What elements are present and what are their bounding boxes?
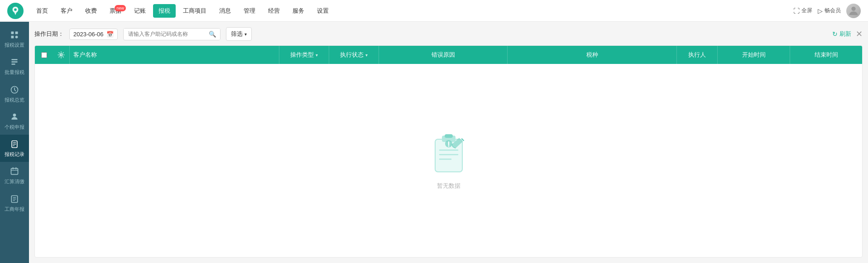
business-report-icon xyxy=(10,194,19,204)
col-header-start-time: 开始时间 xyxy=(717,46,790,64)
date-label: 操作日期： xyxy=(34,30,64,38)
sort-icon-status: ▾ xyxy=(365,53,368,58)
content-area: 操作日期： 2023-06-06 📅 🔍 筛选 ▾ ↻ 刷新 ✕ xyxy=(29,22,868,263)
select-all-checkbox[interactable] xyxy=(35,52,53,58)
filter-button[interactable]: 筛选 ▾ xyxy=(226,27,252,41)
col-header-op-type[interactable]: 操作类型 ▾ xyxy=(279,46,329,64)
refresh-button[interactable]: ↻ 刷新 xyxy=(832,30,851,38)
fullscreen-icon: ⛶ xyxy=(793,7,800,15)
nav-item-manage[interactable]: 管理 xyxy=(238,4,261,18)
nav-item-service[interactable]: 服务 xyxy=(287,4,310,18)
nav-item-invoice[interactable]: 票据 new xyxy=(104,4,127,18)
fullscreen-button[interactable]: ⛶ 全屏 xyxy=(793,7,812,15)
col-header-error: 错误原因 xyxy=(379,46,508,64)
column-settings-icon[interactable] xyxy=(53,51,69,58)
sidebar-item-tax-record[interactable]: 报税记录 xyxy=(0,135,29,162)
nav-item-settings[interactable]: 设置 xyxy=(312,4,334,18)
tax-record-icon xyxy=(10,139,19,149)
nav-item-message[interactable]: 消息 xyxy=(214,4,236,18)
tax-settings-icon xyxy=(10,30,19,40)
nav-item-business[interactable]: 工商项目 xyxy=(177,4,212,18)
search-box: 🔍 xyxy=(123,28,221,40)
nav-item-bookkeeping[interactable]: 记账 xyxy=(129,4,151,18)
search-button[interactable]: 🔍 xyxy=(205,29,220,40)
member-label: 畅会员 xyxy=(825,7,841,15)
empty-illustration xyxy=(428,131,469,176)
nav-item-operation[interactable]: 经营 xyxy=(263,4,285,18)
filter-label: 筛选 xyxy=(231,30,243,38)
sidebar-item-tax-overview[interactable]: 报税总览 xyxy=(0,80,29,107)
col-header-executor: 执行人 xyxy=(676,46,717,64)
toolbar-right: ↻ 刷新 ✕ xyxy=(832,30,863,38)
member-button[interactable]: ▷ 畅会员 xyxy=(818,7,841,15)
sidebar-label-annual-tax: 汇算清缴 xyxy=(5,178,24,185)
empty-text: 暂无数据 xyxy=(437,182,460,190)
svg-rect-7 xyxy=(11,62,17,63)
sidebar-item-tax-settings[interactable]: 报税设置 xyxy=(0,25,29,53)
table-container: 客户名称 操作类型 ▾ 执行状态 ▾ 错误原因 税种 执行人 xyxy=(34,45,863,258)
svg-rect-6 xyxy=(11,59,17,61)
svg-point-5 xyxy=(15,36,18,39)
member-icon: ▷ xyxy=(818,7,823,15)
sidebar-label-batch-tax: 批量报税 xyxy=(5,69,24,75)
fullscreen-label: 全屏 xyxy=(801,7,812,15)
toolbar: 操作日期： 2023-06-06 📅 🔍 筛选 ▾ ↻ 刷新 ✕ xyxy=(34,27,863,41)
main-layout: 报税设置 批量报税 报税总览 xyxy=(0,22,868,263)
sidebar: 报税设置 批量报税 报税总览 xyxy=(0,22,29,263)
top-nav-right: ⛶ 全屏 ▷ 畅会员 xyxy=(793,4,861,18)
sidebar-label-personal-tax: 个税申报 xyxy=(5,124,24,130)
sidebar-label-business-report: 工商年报 xyxy=(5,206,24,212)
nav-item-fee[interactable]: 收费 xyxy=(80,4,102,18)
col-header-tax-type: 税种 xyxy=(507,46,676,64)
app-logo[interactable] xyxy=(7,3,24,19)
svg-rect-4 xyxy=(11,36,14,39)
table-body: 暂无数据 xyxy=(35,64,862,257)
user-avatar[interactable] xyxy=(846,4,861,18)
search-icon: 🔍 xyxy=(209,31,216,38)
sidebar-item-annual-tax[interactable]: 汇算清缴 xyxy=(0,162,29,189)
svg-rect-3 xyxy=(15,32,18,34)
table-header: 客户名称 操作类型 ▾ 执行状态 ▾ 错误原因 税种 执行人 xyxy=(35,46,862,64)
checkbox-input[interactable] xyxy=(41,52,47,58)
nav-items: 首页 客户 收费 票据 new 记账 报税 工商项目 消息 管理 经营 服务 设… xyxy=(31,4,793,18)
col-header-status[interactable]: 执行状态 ▾ xyxy=(329,46,379,64)
sidebar-label-tax-settings: 报税设置 xyxy=(5,42,24,48)
search-input[interactable] xyxy=(124,29,205,39)
sidebar-item-personal-tax[interactable]: 个税申报 xyxy=(0,107,29,135)
empty-state: 暂无数据 xyxy=(428,131,469,190)
svg-point-32 xyxy=(448,146,449,147)
sidebar-label-tax-overview: 报税总览 xyxy=(5,97,24,103)
batch-tax-icon xyxy=(10,57,19,67)
close-button[interactable]: ✕ xyxy=(856,30,863,38)
new-badge: new xyxy=(115,5,126,12)
calendar-icon: 📅 xyxy=(106,31,114,38)
top-nav: 首页 客户 收费 票据 new 记账 报税 工商项目 消息 管理 经营 服务 设… xyxy=(0,0,868,22)
svg-point-10 xyxy=(13,113,16,117)
sidebar-label-tax-record: 报税记录 xyxy=(5,151,24,157)
sidebar-item-business-report[interactable]: 工商年报 xyxy=(0,190,29,217)
svg-point-0 xyxy=(14,8,17,11)
col-header-end-time: 结束时间 xyxy=(790,46,862,64)
sidebar-item-batch-tax[interactable]: 批量报税 xyxy=(0,53,29,80)
nav-item-customer[interactable]: 客户 xyxy=(55,4,78,18)
svg-rect-8 xyxy=(11,64,15,65)
date-picker[interactable]: 2023-06-06 📅 xyxy=(69,29,118,40)
chevron-down-icon: ▾ xyxy=(245,32,247,37)
svg-rect-2 xyxy=(11,32,14,34)
svg-rect-15 xyxy=(11,169,18,175)
svg-point-23 xyxy=(60,54,62,56)
tax-overview-icon xyxy=(10,85,19,95)
refresh-label: 刷新 xyxy=(839,30,851,38)
refresh-icon: ↻ xyxy=(832,30,838,38)
personal-tax-icon xyxy=(10,112,19,122)
svg-point-1 xyxy=(851,6,855,10)
nav-item-tax[interactable]: 报税 xyxy=(153,4,176,18)
svg-rect-26 xyxy=(445,134,453,138)
col-header-name: 客户名称 xyxy=(69,46,279,64)
nav-item-home[interactable]: 首页 xyxy=(31,4,53,18)
sort-icon-op-type: ▾ xyxy=(316,53,318,58)
date-value: 2023-06-06 xyxy=(73,31,104,38)
annual-tax-icon xyxy=(10,166,19,176)
